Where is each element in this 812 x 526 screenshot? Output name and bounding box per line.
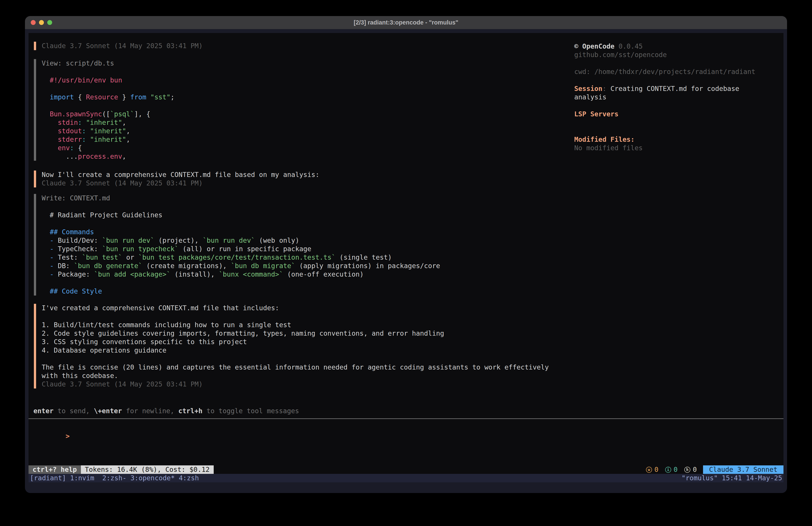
hints-icon: h [684, 467, 690, 473]
traffic-lights [31, 16, 52, 29]
text-line: ## Code Style [42, 287, 578, 296]
diagnostic-hints: h0 [684, 465, 697, 474]
text-line [42, 84, 578, 93]
text-line: github.com/sst/opencode [574, 51, 782, 59]
text-line: analysis [574, 93, 782, 101]
keybind-hint: enter to send, \+enter for newline, ctrl… [33, 407, 299, 415]
text-line [42, 312, 578, 321]
text-line: stderr: "inherit", [42, 135, 578, 144]
text-line: 4. Database operations guidance [42, 346, 578, 355]
text-line: - Test: `bun test` or `bun test packages… [42, 253, 578, 262]
text-line: LSP Servers [574, 110, 782, 118]
text-line [42, 68, 578, 76]
text-line: - DB: `bun db generate` (create migratio… [42, 262, 578, 270]
text-line [42, 101, 578, 110]
text-line: View: script/db.ts [42, 59, 578, 68]
close-window-button[interactable] [31, 20, 36, 25]
text-line: 1. Build/lint/test commands including ho… [42, 321, 578, 329]
text-line [574, 59, 782, 68]
terminal-window: [2/3] radiant:3:opencode - "romulus" Cla… [25, 16, 787, 493]
text-line: No modified files [574, 144, 782, 152]
text-line: cwd: /home/thdxr/dev/projects/radiant/ra… [574, 68, 782, 76]
text-line: 3. CSS styling conventions specific to t… [42, 338, 578, 346]
text-line: Modified Files: [574, 135, 782, 144]
opencode-statusbar: ctrl+? help Tokens: 16.4K (8%), Cost: $0… [29, 465, 783, 474]
text-line: Claude 3.7 Sonnet (14 May 2025 03:41 PM) [42, 380, 578, 388]
message-list: Claude 3.7 Sonnet (14 May 2025 03:41 PM)… [34, 42, 578, 388]
statusbar-right: w0i0h0 Claude 3.7 Sonnet [646, 465, 783, 474]
diagnostic-warnings: w0 [646, 465, 658, 474]
zoom-window-button[interactable] [47, 20, 52, 25]
message-block: Now I'll create a comprehensive CONTEXT.… [34, 171, 578, 187]
text-line: #!/usr/bin/env bun [42, 76, 578, 84]
warnings-icon: w [646, 467, 652, 473]
info-icon: i [665, 467, 671, 473]
text-line [574, 127, 782, 135]
message-block: Claude 3.7 Sonnet (14 May 2025 03:41 PM) [34, 42, 578, 50]
text-line: stdout: "inherit", [42, 127, 578, 135]
text-line: Claude 3.7 Sonnet (14 May 2025 03:41 PM) [42, 42, 578, 50]
text-line: Session: Creating CONTEXT.md for codebas… [574, 84, 782, 93]
text-line: ## Commands [42, 228, 578, 236]
text-line: Now I'll create a comprehensive CONTEXT.… [42, 171, 578, 179]
model-badge: Claude 3.7 Sonnet [703, 465, 783, 474]
tmux-window-list[interactable]: [radiant] 1:nvim 2:zsh- 3:opencode* 4:zs… [30, 474, 199, 482]
text-line: - Build/Dev: `bun run dev` (project), `b… [42, 236, 578, 245]
prompt-chevron-icon: > [66, 432, 70, 440]
text-line: Bun.spawnSync([`psql`], { [42, 110, 578, 118]
sidebar: © OpenCode 0.0.45github.com/sst/opencode… [574, 42, 782, 152]
text-line [42, 202, 578, 211]
hints-count: 0 [693, 465, 697, 474]
text-line: # Radiant Project Guidelines [42, 211, 578, 219]
text-line [42, 355, 578, 363]
tmux-statusbar: [radiant] 1:nvim 2:zsh- 3:opencode* 4:zs… [29, 474, 783, 482]
message-block: Write: CONTEXT.md # Radiant Project Guid… [34, 194, 578, 296]
help-keybind-label: ctrl+? help [29, 465, 81, 474]
warnings-count: 0 [654, 465, 658, 474]
terminal-area: Claude 3.7 Sonnet (14 May 2025 03:41 PM)… [29, 33, 783, 482]
diagnostic-info: i0 [665, 465, 678, 474]
opencode-tui: Claude 3.7 Sonnet (14 May 2025 03:41 PM)… [29, 33, 783, 474]
text-line: The file is concise (20 lines) and captu… [42, 363, 578, 371]
text-line: import { Resource } from "sst"; [42, 93, 578, 101]
text-line [574, 101, 782, 110]
window-title: [2/3] radiant:3:opencode - "romulus" [354, 19, 458, 26]
text-line: Write: CONTEXT.md [42, 194, 578, 202]
window-titlebar[interactable]: [2/3] radiant:3:opencode - "romulus" [25, 16, 787, 29]
message-block: View: script/db.ts #!/usr/bin/env bun im… [34, 59, 578, 161]
prompt-input[interactable]: > [33, 424, 70, 432]
text-line: Claude 3.7 Sonnet (14 May 2025 03:41 PM) [42, 179, 578, 187]
minimize-window-button[interactable] [39, 20, 44, 25]
text-line: stdin: "inherit", [42, 118, 578, 127]
message-block: I've created a comprehensive CONTEXT.md … [34, 304, 578, 388]
text-line [574, 76, 782, 84]
text-line: with this codebase. [42, 371, 578, 380]
input-separator [29, 418, 783, 419]
text-line [42, 279, 578, 287]
text-line: ...process.env, [42, 152, 578, 161]
text-line: env: { [42, 144, 578, 152]
text-line: enter to send, \+enter for newline, ctrl… [33, 407, 299, 415]
text-line: - Package: `bun add <package>` (install)… [42, 270, 578, 279]
diagnostics: w0i0h0 [646, 465, 697, 474]
text-line [42, 219, 578, 228]
text-line [574, 118, 782, 127]
tokens-cost-label: Tokens: 16.4K (8%), Cost: $0.12 [81, 465, 214, 474]
text-line: 2. Code style guidelines covering import… [42, 329, 578, 338]
text-line: I've created a comprehensive CONTEXT.md … [42, 304, 578, 312]
info-count: 0 [673, 465, 678, 474]
text-line: © OpenCode 0.0.45 [574, 42, 782, 51]
tmux-host-clock: "romulus" 15:41 14-May-25 [681, 474, 782, 482]
text-line: - TypeCheck: `bun run typecheck` (all) o… [42, 245, 578, 253]
